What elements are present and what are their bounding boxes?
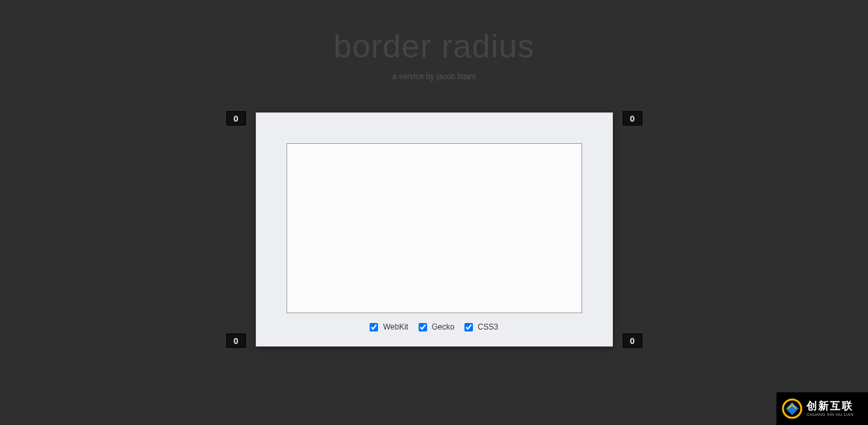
label-webkit: WebKit: [383, 322, 408, 332]
editor-stage: WebKit Gecko CSS3: [225, 112, 644, 347]
checkbox-css3[interactable]: [464, 323, 473, 332]
panel-wrap: WebKit Gecko CSS3: [256, 112, 613, 347]
label-gecko: Gecko: [432, 322, 455, 332]
page-title: border radius: [0, 27, 868, 65]
bottom-right-radius-input[interactable]: [623, 333, 642, 348]
preview-panel: WebKit Gecko CSS3: [256, 112, 613, 347]
top-left-radius-input[interactable]: [226, 111, 246, 126]
preview-box: [286, 143, 582, 313]
option-css3[interactable]: CSS3: [464, 322, 498, 332]
header: border radius a service by jacob bijani: [0, 0, 868, 81]
brand-badge: 创新互联 CHUANG XIN HU LIAN: [776, 392, 868, 425]
checkbox-gecko[interactable]: [419, 323, 427, 332]
option-webkit[interactable]: WebKit: [370, 322, 410, 332]
checkbox-webkit[interactable]: [370, 323, 378, 332]
page-subtitle: a service by jacob bijani: [0, 72, 868, 81]
bottom-left-radius-input[interactable]: [226, 333, 246, 348]
brand-text: 创新互联 CHUANG XIN HU LIAN: [807, 401, 854, 416]
prefix-options: WebKit Gecko CSS3: [286, 322, 582, 332]
option-gecko[interactable]: Gecko: [419, 322, 457, 332]
brand-name-en: CHUANG XIN HU LIAN: [807, 413, 854, 416]
label-css3: CSS3: [477, 322, 498, 332]
brand-name-cn: 创新互联: [807, 401, 854, 411]
top-right-radius-input[interactable]: [623, 111, 642, 126]
brand-logo-icon: [782, 398, 803, 419]
